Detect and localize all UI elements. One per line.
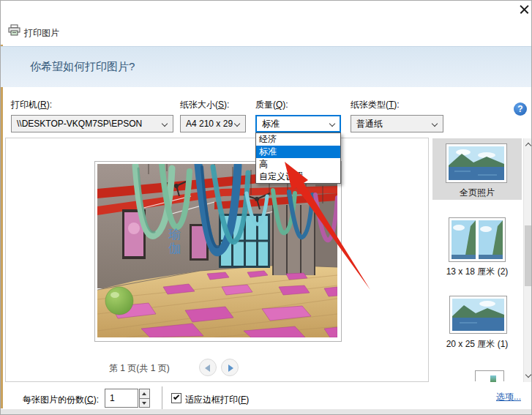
stepper-down-icon[interactable] [140,398,149,407]
paper-type-value: 普通纸 [356,119,383,129]
check-icon [173,394,179,400]
quality-label: 质量(Q): [255,99,288,111]
fit-to-frame-checkbox[interactable] [171,393,181,403]
chevron-down-icon [329,121,335,127]
chevron-down-icon [432,121,438,127]
quality-option-standard[interactable]: 标准 [256,146,340,158]
title-bar: 打印图片 [1,1,532,42]
printer-select[interactable]: \\DESKTOP-VKQM7SP\EPSON [11,115,173,132]
print-pictures-dialog: 打印图片 你希望如何打印图片? 打印机(R): 纸张大小(S): 质量(Q): … [0,0,532,415]
stepper-up-icon[interactable] [140,389,149,398]
previous-page-button[interactable] [199,359,217,376]
window-title: 打印图片 [24,27,59,40]
left-arrow-icon [205,364,210,372]
printer-value: \\DESKTOP-VKQM7SP\EPSON [17,119,142,129]
20x25-thumbnail[interactable] [449,296,507,334]
quality-select[interactable]: 标准 [255,115,341,132]
quality-value: 标准 [262,119,280,129]
header-band: 你希望如何打印图片? [1,46,532,87]
full-page-thumbnail[interactable] [446,143,507,183]
header-question: 你希望如何打印图片? [30,60,135,74]
footer-divider [162,386,162,410]
paper-size-select[interactable]: A4 210 x 29 [180,115,246,132]
scroll-up-icon[interactable] [525,143,531,149]
page-status: 第 1 页(共 1 页) [109,362,170,375]
chevron-down-icon [162,121,168,127]
preview-photo [97,164,337,337]
printer-icon [8,24,21,36]
quality-dropdown-list: 经济 标准 高 自定义设置 [255,132,341,184]
paper-type-select[interactable]: 普通纸 [351,115,443,132]
layout-label-13x18[interactable]: 13 x 18 厘米 (2) [432,266,522,278]
right-arrow-icon [228,364,233,372]
partial-thumbnail[interactable] [475,370,504,381]
window-edge-strip [1,45,3,408]
13x18-thumbnail[interactable] [449,217,506,262]
paper-size-label: 纸张大小(S): [180,99,229,111]
printer-label: 打印机(R): [11,99,52,111]
next-page-button[interactable] [221,359,239,376]
copies-stepper[interactable] [139,389,150,408]
photo-wall-text: 瑜伽 [166,228,184,255]
layout-label-20x25[interactable]: 20 x 25 厘米 (1) [432,338,522,351]
help-icon[interactable]: ? [514,102,527,116]
quality-option-high[interactable]: 高 [256,158,340,171]
paper-type-label: 纸张类型(T): [351,99,400,111]
sidebar-scrollbar[interactable] [523,138,532,382]
quality-option-custom[interactable]: 自定义设置 [256,171,340,183]
quality-option-economy[interactable]: 经济 [256,133,340,146]
paper-size-value: A4 210 x 29 [186,119,233,129]
chevron-down-icon [234,121,240,127]
options-link[interactable]: 选项... [496,391,521,403]
window-bottom-edge [1,409,532,415]
copies-label: 每张图片的份数(C): [23,394,99,406]
fit-to-frame-label: 适应边框打印(F) [185,394,249,406]
layout-label-full-page[interactable]: 全页照片 [432,187,522,199]
copies-input[interactable] [105,389,138,408]
close-icon[interactable] [517,2,532,17]
scrollbar-thumb[interactable] [525,225,532,286]
scroll-down-icon[interactable] [525,372,531,378]
